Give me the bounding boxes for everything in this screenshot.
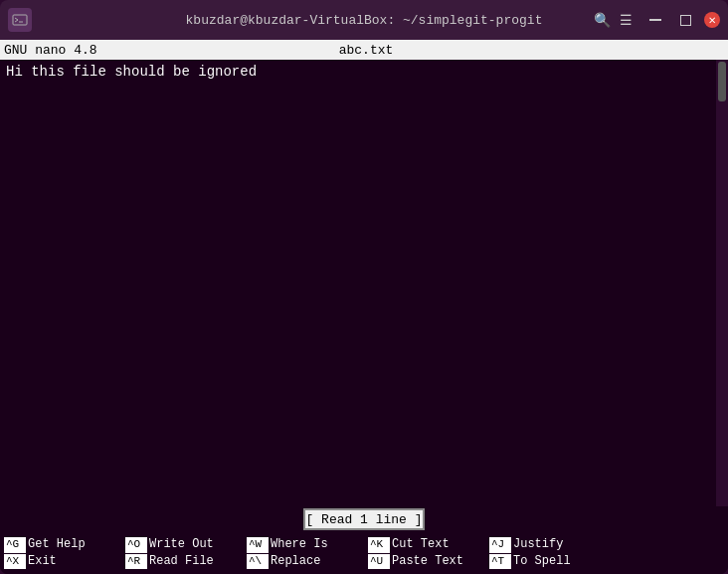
shortcut-exit: ^X Exit [4, 553, 57, 570]
key-read-file: ^R [125, 554, 147, 569]
bottom-area: [ Read 1 line ] ^G Get Help ^X Exit ^O [0, 506, 728, 574]
shortcut-replace: ^\ Replace [247, 553, 320, 570]
shortcut-col-2: ^O Write Out ^R Read File [121, 534, 243, 572]
shortcut-cut-text: ^K Cut Text [368, 536, 450, 553]
label-read-file: Read File [149, 553, 214, 570]
scrollbar[interactable] [716, 60, 728, 506]
terminal-window: kbuzdar@kbuzdar-VirtualBox: ~/simplegit-… [0, 0, 728, 574]
shortcut-where-is: ^W Where Is [247, 536, 328, 553]
svg-rect-0 [13, 15, 27, 25]
minimize-button[interactable] [644, 9, 666, 31]
shortcut-justify: ^J Justify [489, 536, 563, 553]
key-exit: ^X [4, 554, 26, 569]
label-to-spell: To Spell [513, 553, 571, 570]
status-message: [ Read 1 line ] [305, 512, 422, 527]
label-exit: Exit [28, 553, 57, 570]
key-justify: ^J [489, 537, 511, 552]
label-get-help: Get Help [28, 536, 86, 553]
key-replace: ^\ [247, 554, 269, 569]
titlebar: kbuzdar@kbuzdar-VirtualBox: ~/simplegit-… [0, 0, 728, 40]
window-controls: 🔍 ☰ ✕ [591, 9, 720, 31]
shortcut-col-6 [607, 534, 728, 572]
label-cut-text: Cut Text [392, 536, 450, 553]
key-where-is: ^W [247, 537, 269, 552]
window-title: kbuzdar@kbuzdar-VirtualBox: ~/simplegit-… [186, 13, 543, 28]
nano-version: GNU nano 4.8 [0, 43, 246, 58]
maximize-button[interactable] [674, 9, 696, 31]
label-replace: Replace [271, 553, 320, 570]
shortcut-read-file: ^R Read File [125, 553, 214, 570]
editor-area[interactable]: Hi this file should be ignored [0, 60, 728, 506]
shortcut-bar: ^G Get Help ^X Exit ^O Write Out ^R Read… [0, 532, 728, 574]
menu-button[interactable]: ☰ [615, 9, 637, 31]
nano-top-bar: GNU nano 4.8 abc.txt [0, 40, 728, 60]
close-button[interactable]: ✕ [704, 12, 720, 28]
shortcut-paste-text: ^U Paste Text [368, 553, 463, 570]
status-line: [ Read 1 line ] [303, 508, 424, 530]
shortcut-get-help: ^G Get Help [4, 536, 86, 553]
editor-content: Hi this file should be ignored [6, 64, 722, 80]
key-write-out: ^O [125, 537, 147, 552]
titlebar-left [8, 8, 32, 32]
scrollbar-thumb[interactable] [718, 62, 726, 101]
key-cut-text: ^K [368, 537, 390, 552]
nano-filename: abc.txt [246, 43, 487, 58]
close-icon: ✕ [708, 15, 716, 26]
shortcut-col-4: ^K Cut Text ^U Paste Text [364, 534, 485, 572]
shortcut-write-out: ^O Write Out [125, 536, 214, 553]
shortcut-to-spell: ^T To Spell [489, 553, 571, 570]
key-get-help: ^G [4, 537, 26, 552]
key-to-spell: ^T [489, 554, 511, 569]
key-paste-text: ^U [368, 554, 390, 569]
shortcut-col-1: ^G Get Help ^X Exit [0, 534, 121, 572]
label-write-out: Write Out [149, 536, 214, 553]
label-paste-text: Paste Text [392, 553, 463, 570]
terminal-icon [8, 8, 32, 32]
label-justify: Justify [513, 536, 563, 553]
label-where-is: Where Is [271, 536, 328, 553]
shortcut-col-5: ^J Justify ^T To Spell [485, 534, 607, 572]
shortcut-col-3: ^W Where Is ^\ Replace [243, 534, 364, 572]
search-button[interactable]: 🔍 [591, 9, 613, 31]
toolbar-icons: 🔍 ☰ [591, 9, 637, 31]
